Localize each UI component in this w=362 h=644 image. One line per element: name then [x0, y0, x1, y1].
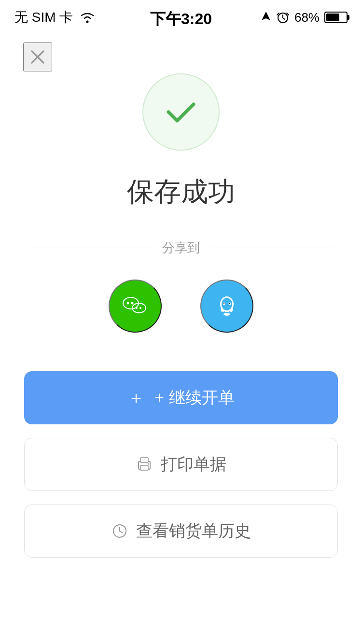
continue-label: + 继续开单 — [153, 387, 234, 409]
svg-point-10 — [136, 307, 138, 309]
history-label: 查看销货单历史 — [136, 520, 251, 542]
share-label: 分享到 — [151, 239, 211, 256]
status-bar: 无 SIM 卡 下午3:20 68% — [0, 0, 362, 35]
continue-button[interactable]: ＋ + 继续开单 — [24, 371, 338, 424]
clock-icon — [111, 522, 128, 540]
plus-icon: ＋ — [127, 386, 145, 410]
close-button[interactable] — [23, 42, 52, 71]
success-title: 保存成功 — [127, 174, 235, 210]
svg-point-0 — [86, 21, 89, 23]
svg-rect-20 — [140, 465, 148, 470]
history-button[interactable]: 查看销货单历史 — [24, 504, 338, 558]
share-divider: 分享到 — [0, 239, 362, 256]
divider-right — [211, 248, 333, 248]
wechat-icon — [120, 291, 151, 322]
svg-point-17 — [229, 303, 230, 304]
svg-point-18 — [223, 313, 230, 316]
battery-percent: 68% — [294, 10, 320, 25]
svg-point-22 — [148, 463, 149, 465]
print-label: 打印单据 — [161, 453, 226, 476]
print-button[interactable]: 打印单据 — [24, 438, 338, 491]
alarm-icon — [276, 11, 290, 24]
qq-share-button[interactable] — [200, 280, 253, 333]
status-indicators: 68% — [261, 10, 348, 25]
status-carrier: 无 SIM 卡 — [14, 8, 96, 27]
share-icons-container — [109, 280, 253, 333]
divider-left — [29, 248, 151, 248]
svg-point-11 — [139, 307, 141, 309]
success-icon-circle — [142, 73, 220, 151]
svg-point-7 — [127, 302, 129, 305]
wifi-icon — [79, 11, 96, 24]
wechat-share-button[interactable] — [109, 280, 162, 333]
svg-line-25 — [120, 531, 123, 533]
location-icon — [261, 11, 271, 24]
printer-icon — [136, 456, 153, 473]
carrier-text: 无 SIM 卡 — [14, 8, 73, 27]
qq-icon — [211, 291, 242, 322]
svg-line-3 — [283, 18, 285, 19]
main-content: 保存成功 分享到 — [0, 35, 362, 644]
svg-rect-21 — [140, 458, 148, 462]
svg-point-16 — [223, 303, 224, 304]
svg-point-8 — [131, 302, 134, 305]
action-buttons-container: ＋ + 继续开单 打印单据 查看销货单历史 — [0, 371, 362, 558]
status-time: 下午3:20 — [150, 9, 212, 30]
battery-indicator — [324, 12, 348, 23]
checkmark-icon — [162, 93, 200, 131]
